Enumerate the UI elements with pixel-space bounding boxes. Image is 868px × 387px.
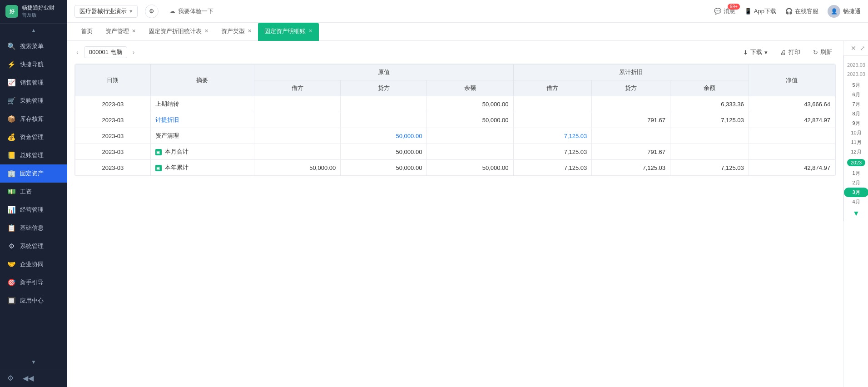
- sidebar-item-app-center[interactable]: 🔲 应用中心: [0, 292, 67, 310]
- print-label: 打印: [789, 48, 800, 56]
- timeline-month-1[interactable]: 1月: [844, 169, 868, 178]
- timeline-month-10[interactable]: 10月: [844, 128, 868, 138]
- sidebar-collapse-btn[interactable]: ◀◀: [23, 374, 34, 382]
- timeline-months-after: 1月 2月 3月 4月: [844, 168, 868, 208]
- timeline-current-year[interactable]: 2023: [847, 159, 865, 166]
- cell-net-value: [749, 144, 835, 160]
- sidebar-item-operations[interactable]: 📊 经营管理: [0, 201, 67, 219]
- sidebar-item-label: 经营管理: [20, 206, 44, 214]
- download-action[interactable]: 📱 App下载: [744, 7, 776, 15]
- timeline-year-entry[interactable]: 2023.03: [847, 69, 865, 79]
- tab-label: 固定资产明细账: [264, 27, 306, 35]
- close-panel-btn[interactable]: ✕: [850, 44, 857, 53]
- th-date: 日期: [75, 64, 151, 96]
- cell-net-value: [749, 128, 835, 144]
- sidebar-title: 畅捷通好业财: [22, 5, 55, 12]
- tab-home[interactable]: 首页: [74, 23, 99, 41]
- cell-balance-orig: [427, 144, 513, 160]
- service-action[interactable]: 🎧 在线客服: [785, 7, 818, 15]
- cell-balance-orig: [427, 128, 513, 144]
- data-table-wrapper: 日期 摘要 原值 累计折旧 净值 借方 贷方 余额 借方 贷方 余额: [74, 64, 836, 176]
- sidebar-item-quick-nav[interactable]: ⚡ 快捷导航: [0, 55, 67, 74]
- scroll-down-btn[interactable]: ▼: [0, 357, 67, 367]
- download-btn[interactable]: ⬇ 下载 ▾: [739, 46, 771, 58]
- sidebar-item-payroll[interactable]: 💵 工资: [0, 183, 67, 201]
- sidebar-item-fixed-assets[interactable]: 🏢 固定资产: [0, 164, 67, 183]
- timeline-month-5[interactable]: 5月: [844, 80, 868, 90]
- refresh-btn[interactable]: ↻ 刷新: [809, 46, 836, 58]
- sidebar-item-sales[interactable]: 📈 销售管理: [0, 74, 67, 92]
- settings-button[interactable]: ⚙: [145, 5, 159, 18]
- sidebar-item-enterprise[interactable]: 🤝 企业协同: [0, 255, 67, 273]
- experience-button[interactable]: ☁ 我要体验一下: [166, 5, 217, 17]
- tab-home-label: 首页: [81, 27, 93, 35]
- th-desc: 摘要: [150, 64, 254, 96]
- timeline-month-4[interactable]: 4月: [844, 197, 868, 207]
- close-icon[interactable]: ✕: [248, 28, 252, 34]
- header-right: 💬 消息 99+ 📱 App下载 🎧 在线客服 👤 畅捷通: [714, 5, 861, 18]
- timeline-month-7[interactable]: 7月: [844, 99, 868, 109]
- sidebar-item-inventory[interactable]: 📦 库存核算: [0, 110, 67, 128]
- tab-depreciation-table[interactable]: 固定资产折旧统计表 ✕: [142, 23, 215, 41]
- operations-icon: 📊: [7, 206, 15, 214]
- desc-link[interactable]: 计提折旧: [155, 116, 179, 123]
- user-info[interactable]: 👤 畅捷通: [828, 5, 861, 18]
- sidebar-item-ledger[interactable]: 📒 总账管理: [0, 146, 67, 164]
- tab-label: 资产类型: [221, 27, 245, 35]
- next-asset-btn[interactable]: ›: [131, 48, 137, 57]
- tab-asset-detail[interactable]: 固定资产明细账 ✕: [258, 23, 319, 41]
- cell-balance-orig: 50,000.00: [427, 160, 513, 176]
- user-name: 畅捷通: [843, 7, 861, 15]
- cell-credit-accum: [592, 96, 670, 112]
- sidebar-item-basic-info[interactable]: 📋 基础信息: [0, 219, 67, 237]
- sidebar-settings-btn[interactable]: ⚙: [7, 374, 14, 382]
- service-label: 在线客服: [795, 7, 818, 15]
- tab-asset-mgmt[interactable]: 资产管理 ✕: [99, 23, 142, 41]
- sidebar-item-system[interactable]: ⚙ 系统管理: [0, 237, 67, 255]
- timeline-month-12[interactable]: 12月: [844, 147, 868, 157]
- prev-asset-btn[interactable]: ‹: [74, 48, 80, 57]
- company-selector[interactable]: 医疗器械行业演示 ▾: [74, 5, 138, 18]
- sidebar-scroll-up[interactable]: ▲: [0, 24, 67, 37]
- cell-desc[interactable]: 计提折旧: [150, 112, 254, 128]
- headset-icon: 🎧: [785, 8, 793, 15]
- timeline-down-icon[interactable]: ▼: [853, 209, 860, 218]
- timeline-month-9[interactable]: 9月: [844, 119, 868, 128]
- sidebar-item-label: 搜索菜单: [20, 42, 44, 50]
- sidebar-footer: ⚙ ◀◀: [0, 369, 67, 387]
- tab-asset-type[interactable]: 资产类型 ✕: [215, 23, 258, 41]
- timeline-year-entry[interactable]: 2023.03: [847, 60, 865, 69]
- sidebar-item-capital[interactable]: 💰 资金管理: [0, 128, 67, 146]
- sidebar-item-guide[interactable]: 🎯 新手引导: [0, 273, 67, 292]
- sidebar-item-search[interactable]: 🔍 搜索菜单: [0, 37, 67, 55]
- th-debit-accum: 借方: [513, 80, 592, 96]
- close-icon[interactable]: ✕: [204, 28, 208, 34]
- timeline-panel: 2023.03 2023.03 5月 6月 7月 8月 9月 10月 11月 1…: [843, 56, 868, 221]
- close-icon[interactable]: ✕: [132, 28, 136, 34]
- print-btn[interactable]: 🖨 打印: [777, 46, 804, 58]
- sidebar-item-label: 快捷导航: [20, 60, 44, 69]
- cell-debit-accum: 7,125.03: [513, 144, 592, 160]
- cell-balance-accum: [670, 128, 749, 144]
- scroll-up-btn[interactable]: ▲: [0, 25, 67, 35]
- timeline-month-8[interactable]: 8月: [844, 109, 868, 119]
- sidebar-item-label: 系统管理: [20, 242, 44, 250]
- close-icon[interactable]: ✕: [308, 28, 312, 34]
- download-label: 下载: [750, 48, 762, 56]
- sidebar-item-purchase[interactable]: 🛒 采购管理: [0, 92, 67, 110]
- dropdown-icon: ▾: [129, 8, 133, 15]
- cell-date: 2023-03: [75, 144, 151, 160]
- messages-action[interactable]: 💬 消息 99+: [714, 7, 735, 15]
- timeline-month-3[interactable]: 3月: [844, 188, 868, 197]
- refresh-icon: ↻: [813, 49, 818, 56]
- system-icon: ⚙: [7, 242, 15, 250]
- payroll-icon: 💵: [7, 188, 15, 196]
- expand-panel-btn[interactable]: ⤢: [859, 44, 866, 53]
- timeline-month-11[interactable]: 11月: [844, 138, 868, 147]
- timeline-month-6[interactable]: 6月: [844, 90, 868, 99]
- sidebar-scroll-down[interactable]: ▼: [0, 355, 67, 369]
- timeline-month-2[interactable]: 2月: [844, 178, 868, 188]
- cell-debit-orig: [254, 128, 341, 144]
- asset-detail-table: 日期 摘要 原值 累计折旧 净值 借方 贷方 余额 借方 贷方 余额: [75, 64, 835, 176]
- cell-desc: ▣ 本年累计: [150, 160, 254, 176]
